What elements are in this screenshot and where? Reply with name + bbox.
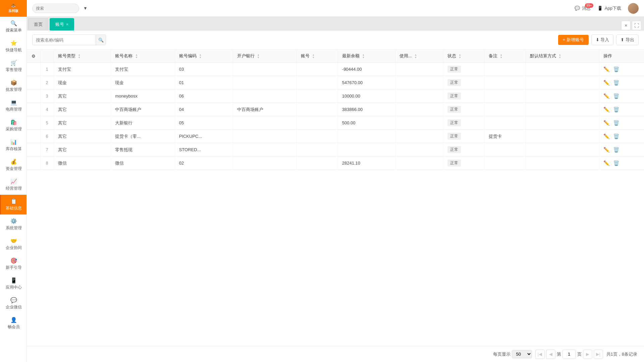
add-account-button[interactable]: + 新增账号 xyxy=(558,35,589,45)
sidebar-item-inventory-mgmt[interactable]: 📊 库存核算 xyxy=(0,135,26,155)
cell-remark-0 xyxy=(484,63,526,76)
edit-icon-5[interactable]: ✏️ xyxy=(603,133,610,139)
edit-icon-7[interactable]: ✏️ xyxy=(603,160,610,166)
sidebar-icon-inventory-mgmt: 📊 xyxy=(10,139,17,145)
col-type[interactable]: 账号类型 ▲▼ xyxy=(54,50,111,63)
delete-icon-3[interactable]: 🗑️ xyxy=(613,107,620,113)
content-toolbar: 🔍 + 新增账号 ⬇ 导入 ⬆ 导出 xyxy=(27,31,644,50)
edit-icon-3[interactable]: ✏️ xyxy=(603,107,610,113)
cell-actions-6: ✏️ 🗑️ xyxy=(599,143,644,157)
last-page-button[interactable]: ▶| xyxy=(594,350,603,359)
edit-icon-4[interactable]: ✏️ xyxy=(603,120,610,126)
tab-close-icon[interactable]: × xyxy=(66,22,68,26)
col-account[interactable]: 账号 ▲▼ xyxy=(297,50,338,63)
col-usage[interactable]: 使用... ▲▼ xyxy=(395,50,443,63)
app-download-button[interactable]: 📱 App下载 xyxy=(597,5,621,11)
sidebar-item-search-menu[interactable]: 🔍 搜索菜单 xyxy=(0,17,26,37)
sidebar-item-basic-info[interactable]: 📋 基础信息 xyxy=(0,195,26,215)
accounts-table-container: ⚙ 账号类型 ▲▼ 账号名称 ▲▼ 账号编码 ▲▼ 开户银行 ▲▼ 账号 ▲▼ … xyxy=(27,50,644,346)
next-page-button[interactable]: ▶ xyxy=(583,350,592,359)
cell-usage-3 xyxy=(395,103,443,116)
sidebar-icon-app-center: 📱 xyxy=(10,277,17,284)
cell-gear-2 xyxy=(27,89,40,103)
sidebar-item-member[interactable]: 👤 畅会员 xyxy=(0,313,26,333)
sidebar-item-quick-nav[interactable]: ⭐ 快捷导航 xyxy=(0,37,26,56)
cell-gear-3 xyxy=(27,103,40,116)
page-size-label: 每页显示 xyxy=(493,351,511,357)
cell-settlement-1 xyxy=(526,76,599,89)
cell-bank-6 xyxy=(233,143,297,157)
header-dropdown[interactable]: ▼ xyxy=(83,6,88,11)
global-search-input[interactable] xyxy=(32,4,79,13)
sidebar-item-ecommerce-mgmt[interactable]: 💻 电商管理 xyxy=(0,96,26,116)
col-code[interactable]: 账号编码 ▲▼ xyxy=(175,50,233,63)
edit-icon-0[interactable]: ✏️ xyxy=(603,66,610,72)
page-number-input[interactable] xyxy=(562,350,576,359)
cell-status-3: 正常 xyxy=(443,103,484,116)
col-bank[interactable]: 开户银行 ▲▼ xyxy=(233,50,297,63)
tab-accounts[interactable]: 账号 × xyxy=(50,18,74,30)
col-name[interactable]: 账号名称 ▲▼ xyxy=(111,50,175,63)
page-size-select-input[interactable]: 50 10 20 100 xyxy=(512,350,532,358)
tab-accounts-label: 账号 xyxy=(55,21,64,27)
sidebar-icon-new-guide: 🎯 xyxy=(10,257,17,264)
cell-actions-0: ✏️ 🗑️ xyxy=(599,63,644,76)
cell-code-2: 06 xyxy=(175,89,233,103)
table-row: 8 微信 微信 02 28241.10 正常 ✏️ 🗑️ xyxy=(27,157,644,170)
delete-icon-6[interactable]: 🗑️ xyxy=(613,147,620,153)
prev-page-button[interactable]: ◀ xyxy=(546,350,555,359)
col-balance[interactable]: 最新余额 ▲▼ xyxy=(338,50,395,63)
cell-num-0: 1 xyxy=(40,63,54,76)
cell-actions-1: ✏️ 🗑️ xyxy=(599,76,644,89)
sidebar-item-enterprise-agreement[interactable]: 🤝 企业协同 xyxy=(0,234,26,254)
sidebar-item-purchase-mgmt[interactable]: 🛍️ 采购管理 xyxy=(0,116,26,135)
delete-icon-7[interactable]: 🗑️ xyxy=(613,160,620,166)
top-header: ▼ 💬 消息 99+ 📱 App下载 xyxy=(27,0,644,17)
export-button[interactable]: ⬆ 导出 xyxy=(616,35,639,45)
cell-name-1: 现金 xyxy=(111,76,175,89)
cell-gear-0 xyxy=(27,63,40,76)
tab-home[interactable]: 首页 xyxy=(28,18,48,30)
sidebar-item-finance-mgmt[interactable]: 💰 资金管理 xyxy=(0,155,26,175)
edit-icon-1[interactable]: ✏️ xyxy=(603,80,610,86)
sidebar-label-retail-mgmt: 零售管理 xyxy=(6,67,22,73)
cell-status-5: 正常 xyxy=(443,130,484,143)
sidebar-item-system-mgmt[interactable]: ⚙️ 系统管理 xyxy=(0,215,26,234)
delete-icon-4[interactable]: 🗑️ xyxy=(613,120,620,126)
tab-close-window-button[interactable]: × xyxy=(621,21,631,30)
sidebar-item-enterprise-wechat[interactable]: 💬 企业微信 xyxy=(0,294,26,313)
delete-icon-2[interactable]: 🗑️ xyxy=(613,93,620,99)
col-actions: 操作 xyxy=(599,50,644,63)
first-page-button[interactable]: |◀ xyxy=(535,350,545,359)
import-button[interactable]: ⬇ 导入 xyxy=(591,35,614,45)
content-search-input[interactable] xyxy=(33,35,96,45)
message-button[interactable]: 💬 消息 99+ xyxy=(575,5,591,11)
sidebar-label-wholesale-mgmt: 批发管理 xyxy=(6,87,22,93)
col-settings[interactable]: ⚙ xyxy=(27,50,40,63)
search-button[interactable]: 🔍 xyxy=(96,35,106,45)
sidebar-item-wholesale-mgmt[interactable]: 📦 批发管理 xyxy=(0,76,26,96)
col-status[interactable]: 状态 ▲▼ xyxy=(443,50,484,63)
cell-type-3: 其它 xyxy=(54,103,111,116)
edit-icon-2[interactable]: ✏️ xyxy=(603,93,610,99)
sidebar-item-new-guide[interactable]: 🎯 新手引导 xyxy=(0,254,26,274)
sidebar-item-operations-mgmt[interactable]: 📈 经营管理 xyxy=(0,175,26,195)
user-avatar[interactable] xyxy=(628,3,639,14)
cell-type-1: 现金 xyxy=(54,76,111,89)
delete-icon-1[interactable]: 🗑️ xyxy=(613,80,620,86)
cell-bank-5 xyxy=(233,130,297,143)
col-settlement[interactable]: 默认结算方式 ▲▼ xyxy=(526,50,599,63)
cell-account-6 xyxy=(297,143,338,157)
edit-icon-6[interactable]: ✏️ xyxy=(603,147,610,153)
sidebar-item-app-center[interactable]: 📱 应用中心 xyxy=(0,274,26,294)
sidebar-item-retail-mgmt[interactable]: 🛒 零售管理 xyxy=(0,56,26,76)
cell-bank-3: 中百商场账户 xyxy=(233,103,297,116)
cell-code-7: 02 xyxy=(175,157,233,170)
cell-balance-6 xyxy=(338,143,395,157)
delete-icon-5[interactable]: 🗑️ xyxy=(613,133,620,139)
cell-gear-1 xyxy=(27,76,40,89)
tab-maximize-button[interactable]: ⛶ xyxy=(632,21,641,30)
delete-icon-0[interactable]: 🗑️ xyxy=(613,66,620,72)
cell-status-1: 正常 xyxy=(443,76,484,89)
col-remark[interactable]: 备注 ▲▼ xyxy=(484,50,526,63)
